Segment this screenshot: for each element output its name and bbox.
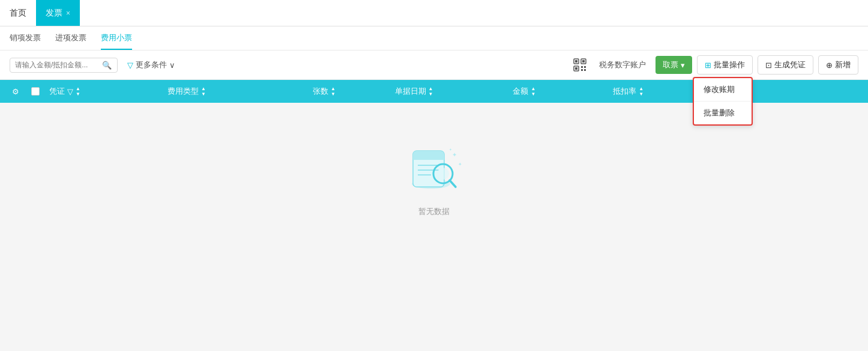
deduct-rate-sort[interactable]: ▲▼ — [639, 87, 643, 97]
gear-icon: ⚙ — [12, 87, 19, 96]
header-deduct-rate-label: 抵扣率 — [613, 86, 636, 97]
svg-text:✦: ✦ — [449, 148, 452, 151]
header-amount-label: 金额 — [513, 86, 528, 97]
sub-nav: 销项发票 进项发票 费用小票 — [0, 26, 868, 50]
count-sort[interactable]: ▲▼ — [331, 87, 336, 97]
svg-rect-9 — [584, 69, 586, 71]
toolbar-left: 🔍 ▽ 更多条件 ∨ — [10, 57, 180, 73]
gen-voucher-icon: ⊡ — [765, 61, 772, 70]
batch-op-container: ⊞ 批量操作 修改账期 批量删除 — [697, 55, 753, 75]
header-date-label: 单据日期 — [395, 86, 426, 97]
svg-rect-7 — [584, 66, 586, 68]
search-input[interactable] — [15, 61, 102, 69]
filter-chevron: ∨ — [169, 61, 175, 70]
header-gear[interactable]: ⚙ — [5, 87, 26, 96]
svg-rect-13 — [413, 157, 444, 160]
svg-text:✦: ✦ — [458, 162, 462, 167]
toolbar: 🔍 ▽ 更多条件 ∨ 税务数字账户 取票 ▾ — [0, 50, 868, 80]
toolbar-right: 税务数字账户 取票 ▾ ⊞ 批量操作 修改账期 批量删除 ⊡ 生成凭证 ⊕ 新增 — [570, 55, 858, 75]
svg-rect-6 — [581, 66, 583, 68]
batch-delete-item[interactable]: 批量删除 — [694, 101, 752, 124]
header-date[interactable]: 单据日期 ▲▼ — [390, 86, 508, 97]
home-tab[interactable]: 首页 — [0, 0, 36, 26]
gen-voucher-button[interactable]: ⊡ 生成凭证 — [758, 55, 813, 75]
expense-type-sort[interactable]: ▲▼ — [201, 87, 206, 97]
invoice-tab[interactable]: 发票 × — [36, 0, 80, 26]
top-nav: 首页 发票 × — [0, 0, 868, 26]
header-count-label: 张数 — [313, 86, 328, 97]
search-wrap: 🔍 — [10, 58, 118, 73]
svg-rect-5 — [575, 67, 577, 70]
modify-period-item[interactable]: 修改账期 — [694, 78, 752, 101]
svg-text:✦: ✦ — [452, 151, 457, 158]
qr-button[interactable] — [570, 55, 589, 75]
header-voucher-label: 凭证 — [49, 86, 65, 97]
batch-dropdown-menu: 修改账期 批量删除 — [693, 77, 753, 126]
svg-point-18 — [437, 168, 449, 180]
invoice-tab-close[interactable]: × — [66, 9, 70, 17]
empty-illustration: ✦ ✦ ✦ — [398, 139, 470, 199]
svg-rect-1 — [575, 60, 577, 63]
batch-icon: ⊞ — [705, 61, 711, 70]
amount-sort[interactable]: ▲▼ — [531, 87, 535, 97]
sub-nav-item-sales[interactable]: 销项发票 — [10, 26, 41, 50]
invoice-tab-label: 发票 — [46, 8, 62, 19]
date-sort[interactable]: ▲▼ — [429, 87, 433, 97]
filter-icon: ▽ — [127, 61, 133, 70]
header-expense-type[interactable]: 费用类型 ▲▼ — [163, 86, 308, 97]
header-expense-type-label: 费用类型 — [167, 86, 199, 97]
batch-op-label: 批量操作 — [714, 60, 745, 70]
add-button[interactable]: ⊕ 新增 — [818, 55, 858, 75]
header-amount[interactable]: 金额 ▲▼ — [508, 86, 608, 97]
svg-rect-8 — [581, 69, 583, 71]
svg-rect-3 — [582, 60, 585, 63]
header-checkbox[interactable] — [26, 87, 44, 96]
add-icon: ⊕ — [826, 61, 833, 70]
search-icon[interactable]: 🔍 — [102, 61, 112, 70]
empty-text: 暂无数据 — [418, 206, 450, 217]
filter-button[interactable]: ▽ 更多条件 ∨ — [122, 57, 180, 73]
batch-op-button[interactable]: ⊞ 批量操作 — [697, 55, 753, 75]
header-count[interactable]: 张数 ▲▼ — [308, 86, 390, 97]
header-voucher[interactable]: 凭证 ▽ ▲▼ — [44, 86, 163, 97]
svg-line-19 — [450, 180, 456, 187]
sub-nav-item-purchase[interactable]: 进项发票 — [55, 26, 86, 50]
add-label: 新增 — [835, 60, 851, 70]
sub-nav-item-expense[interactable]: 费用小票 — [101, 26, 132, 50]
filter-label: 更多条件 — [136, 60, 167, 70]
gen-voucher-label: 生成凭证 — [774, 60, 806, 70]
header-voucher-filter: ▽ — [67, 87, 73, 96]
voucher-sort[interactable]: ▲▼ — [76, 87, 80, 97]
tax-account-button[interactable]: 税务数字账户 — [594, 57, 651, 73]
take-invoice-label: 取票 — [663, 60, 678, 70]
select-all-checkbox[interactable] — [31, 87, 40, 96]
take-invoice-button[interactable]: 取票 ▾ — [656, 56, 692, 74]
take-invoice-arrow: ▾ — [681, 61, 685, 70]
